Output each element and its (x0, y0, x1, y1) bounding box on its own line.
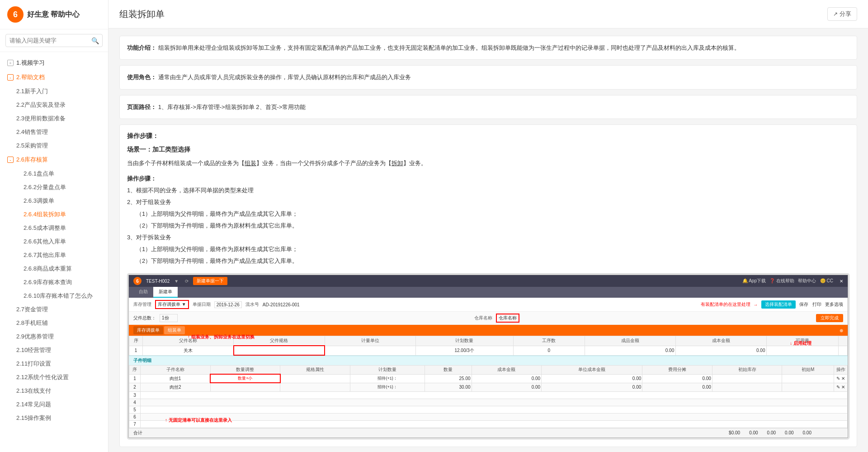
sub-table-header-label: 子件明细 (133, 357, 151, 364)
date-value: 2019-12-26 (214, 301, 242, 308)
function-intro-text: 组装拆卸单用来处理企业组装或拆卸等加工业务，支持有固定装配清单的产品加工业务，也… (158, 44, 740, 51)
content-header: 组装拆卸单 ↗ 分享 (108, 0, 868, 29)
screenshot-container: 6 TEST-H002 ▼ ⟳ 新建单据一下 🔔 App下载 ❓ 在线帮助 帮助… (127, 273, 849, 439)
bottom-row-1: 1 肉丝1 数量+小 招待(+1)： 25.00 0.00 0.00 0.00 (129, 374, 848, 383)
step-1: 1、根据不同的业务，选择不同单据的类型来处理 (127, 185, 849, 196)
new-doc-btn[interactable]: 新建单据一下 (193, 277, 227, 285)
search-input[interactable] (5, 34, 103, 47)
sidebar-item-video[interactable]: + 1.视频学习 (0, 56, 108, 70)
sidebar-item-2-6-5[interactable]: 2.6.5成本调整单 (0, 221, 108, 235)
sidebar-item-2-6-7[interactable]: 2.6.7其他出库单 (0, 248, 108, 262)
select-assembly-btn[interactable]: 选择装配清单 (761, 300, 796, 309)
sidebar-item-2-4[interactable]: 2.4销售管理 (0, 125, 108, 139)
sidebar-item-2-6-2[interactable]: 2.6.2分量盘点单 (0, 181, 108, 194)
share-button[interactable]: ↗ 分享 (827, 7, 857, 21)
total-label: 父件总数： (133, 315, 156, 321)
sidebar: 6 好生意 帮助中心 🔍 + 1.视频学习 - 2.帮助文档 2.1新手入门 2… (0, 0, 108, 452)
sidebar-item-2-14[interactable]: 2.14常见问题 (0, 398, 108, 411)
sidebar-item-2-9[interactable]: 2.9优惠券管理 (0, 330, 108, 343)
bottom-row-3: 3 (129, 391, 848, 399)
bottom-table-area: 序 子件名称 数量调整 规格属性 计划数量 数量 成本金额 单位成本金额 费用分 (129, 365, 848, 428)
sidebar-item-2-6-4[interactable]: 2.6.4组装拆卸单 (0, 208, 108, 221)
sidebar-item-2-6-1[interactable]: 2.6.1盘点单 (0, 167, 108, 181)
bottom-row-7: 7 (129, 420, 848, 428)
sidebar-item-2-6-label: 2.6库存核算 (16, 156, 48, 164)
role-text: 通常由生产人员或库管人员完成拆装业务的操作，库管人员确认原材料的出库和产成品的入… (158, 74, 411, 81)
logo-area: 6 好生意 帮助中心 (0, 0, 108, 29)
td-process: 0 (513, 346, 585, 355)
app-tabs-row: 自助 新建单 (129, 287, 848, 298)
sidebar-item-2-1[interactable]: 2.1新手入门 (0, 85, 108, 98)
th-unit: 计量单位 (325, 336, 415, 346)
td-parent-name: 关木 (143, 346, 234, 355)
sidebar-item-2-3[interactable]: 2.3使用前数据准备 (0, 112, 108, 125)
doc-type-select[interactable]: 库存调拨单 ▼ (155, 300, 189, 309)
th-finish-amt: 成品金额 (585, 336, 675, 346)
assembly-annotation-text: 有装配清单的在这里处理 (701, 301, 750, 308)
th-cost-amt: 成本金额 (676, 336, 767, 346)
assemble-id-label: 流水号 (245, 301, 259, 308)
sidebar-item-2-13[interactable]: 2.13在线支付 (0, 384, 108, 398)
tab-xinjian[interactable]: 新建单 (153, 287, 178, 298)
scenario-title: 场景一：加工类型选择 (127, 146, 849, 154)
expand-icon-right: ⊕ (840, 328, 843, 333)
tab-kucun[interactable]: 库存调拨单 (133, 326, 163, 334)
sidebar-item-2-6-3[interactable]: 2.6.3调拨单 (0, 194, 108, 208)
sidebar-item-2-6-6[interactable]: 2.6.6其他入库单 (0, 235, 108, 248)
main-content: 组装拆卸单 ↗ 分享 功能介绍： 组装拆卸单用来处理企业组装或拆卸等加工业务，支… (108, 0, 868, 452)
refresh-icon: ⟳ (185, 279, 189, 284)
confirm-complete-btn[interactable]: 立即完成 (816, 314, 843, 322)
td-cost-amt: 0.00 (676, 346, 767, 355)
tab-zuzhuang[interactable]: 组装单 (164, 326, 185, 334)
page-title: 组装拆卸单 (119, 8, 165, 20)
search-icon: 🔍 (91, 37, 99, 44)
form-header-row: 库存管理 库存调拨单 ▼ 单据日期 2019-12-26 流水号 AD-2019… (129, 298, 848, 312)
app-logo-icon: 6 (7, 6, 24, 23)
warehouse-input[interactable]: 仓库名称 (496, 314, 519, 323)
type-tab-area: 库存调拨单 组装单 ⊕ ↑ 组装业务、拆卸业务在这里切换 (129, 325, 848, 336)
sidebar-item-2-6-9[interactable]: 2.6.9库存账本查询 (0, 276, 108, 289)
close-btn[interactable]: ✕ (840, 279, 843, 284)
app-mockup: 6 TEST-H002 ▼ ⟳ 新建单据一下 🔔 App下载 ❓ 在线帮助 帮助… (128, 275, 848, 438)
form-type-label: 库存管理 (133, 301, 151, 308)
sidebar-item-2-6-10[interactable]: 2.6.10库存账本错了怎么办 (0, 289, 108, 303)
sidebar-item-2-5[interactable]: 2.5采购管理 (0, 139, 108, 152)
footer-val5: 0.00 (803, 430, 811, 435)
sidebar-item-2-7[interactable]: 2.7资金管理 (0, 303, 108, 316)
scenario-desc: 当由多个子件材料组装成一个成品的业务为【组装】业务，当由一个父件拆分成多个子产品… (127, 157, 849, 169)
step-3-1: （1）上部明细为父件明细，最终作为原材料生成其它出库单； (127, 243, 849, 255)
app-topbar: 6 TEST-H002 ▼ ⟳ 新建单据一下 🔔 App下载 ❓ 在线帮助 帮助… (129, 275, 848, 287)
search-area: 🔍 (0, 29, 108, 52)
td-plan-qty: 12.00/3个 (415, 346, 513, 355)
form-second-row: 父件总数： 1份 仓库名称 仓库名称 立即完成 (129, 312, 848, 325)
table-row-top-1: 1 关木 12.00/3个 0 0.00 0.00 (129, 346, 848, 355)
sidebar-item-2-6[interactable]: - 2.6库存核算 2.6.1盘点单 2.6.2分量盘点单 2.6.3调拨单 2… (0, 152, 108, 303)
app-logo-small: 6 (133, 277, 142, 285)
tab-zizhu[interactable]: 自助 (133, 287, 153, 298)
dropdown-icon: ▼ (174, 279, 179, 284)
sub-table-header-bar: 子件明细 (129, 356, 848, 365)
sidebar-item-2-15[interactable]: 2.15操作案例 (0, 411, 108, 425)
sidebar-item-docs[interactable]: - 2.帮助文档 2.1新手入门 2.2产品安装及登录 2.3使用前数据准备 2… (0, 70, 108, 425)
enable-annotation: ↓ 启用处理 (790, 340, 811, 347)
bottom-row-4: 4 (129, 399, 848, 406)
no-fixed-annotation: ↑ 无固定清单可以直接在这里录入 (165, 417, 232, 423)
sidebar-item-2-10[interactable]: 2.10经营管理 (0, 343, 108, 357)
collapse-2-6-icon: - (7, 157, 14, 163)
td-available (767, 346, 839, 355)
content-body: 功能介绍： 组装拆卸单用来处理企业组装或拆卸等加工业务，支持有固定装配清单的产品… (108, 29, 868, 452)
footer-val4: 0.00 (785, 430, 793, 435)
bottom-row-6: 6 (129, 413, 848, 420)
sidebar-item-2-8[interactable]: 2.8手机旺辅 (0, 316, 108, 330)
sidebar-item-2-11[interactable]: 2.11打印设置 (0, 357, 108, 371)
td-unit (325, 346, 415, 355)
sub-nav-docs: 2.1新手入门 2.2产品安装及登录 2.3使用前数据准备 2.4销售管理 2.… (0, 85, 108, 425)
path-text: 1、库存核算->库存管理->组装拆卸单 2、首页->常用功能 (158, 104, 306, 110)
sidebar-item-2-2[interactable]: 2.2产品安装及登录 (0, 98, 108, 112)
path-label: 页面路径： (127, 104, 156, 110)
sidebar-item-2-6-8[interactable]: 2.6.8商品成本重算 (0, 262, 108, 276)
role-block: 使用角色： 通常由生产人员或库管人员完成拆装业务的操作，库管人员确认原材料的出库… (119, 65, 857, 89)
step-2-2: （2）下部明细为子件明细，最终作为原材料生成其它出库单。 (127, 220, 849, 232)
sub-nav-2-6: 2.6.1盘点单 2.6.2分量盘点单 2.6.3调拨单 2.6.4组装拆卸单 … (0, 167, 108, 303)
sidebar-item-2-12[interactable]: 2.12系统个性化设置 (0, 371, 108, 384)
